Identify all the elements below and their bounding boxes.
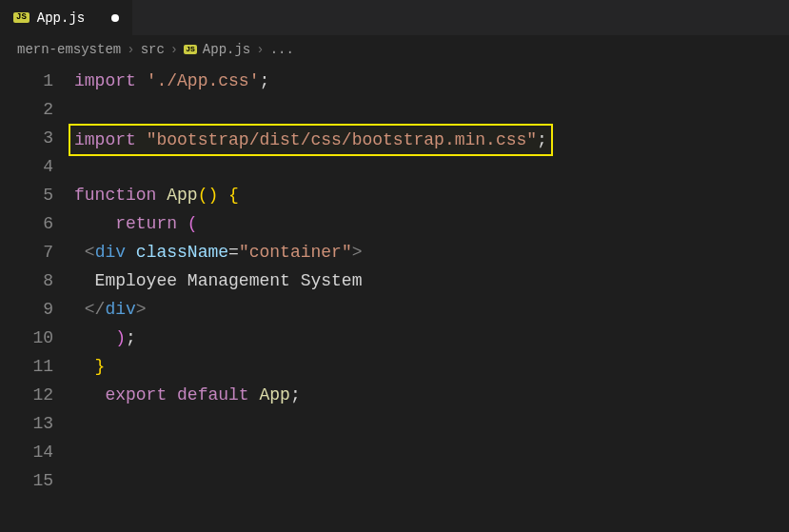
js-file-icon: JS	[184, 45, 197, 54]
line-number: 13	[0, 409, 53, 438]
line-number: 7	[0, 238, 53, 266]
code-line: export default App;	[74, 381, 789, 409]
line-number: 2	[0, 95, 53, 124]
code-line: );	[74, 324, 789, 352]
line-number: 6	[0, 209, 53, 238]
line-number: 11	[0, 352, 53, 381]
code-content[interactable]: import './App.css'; import "bootstrap/di…	[74, 67, 789, 495]
tab-filename: App.js	[37, 10, 85, 26]
code-line: import "bootstrap/dist/css/bootstrap.min…	[74, 124, 789, 152]
code-line: Employee Management System	[74, 266, 789, 295]
code-line: import './App.css';	[74, 67, 789, 95]
code-line: <div className="container">	[74, 238, 789, 266]
tab-bar: JS App.js	[0, 0, 789, 36]
line-number: 9	[0, 295, 53, 324]
code-line	[74, 438, 789, 466]
code-line	[74, 95, 789, 124]
line-number: 3	[0, 124, 53, 152]
code-line	[74, 152, 789, 181]
code-line: return (	[74, 209, 789, 238]
line-number-gutter: 1 2 3 4 5 6 7 8 9 10 11 12 13 14 15	[0, 67, 74, 495]
code-line: }	[74, 352, 789, 381]
breadcrumb-tail: ...	[270, 42, 294, 57]
line-number: 15	[0, 466, 53, 495]
line-number: 8	[0, 266, 53, 295]
breadcrumb-part[interactable]: mern-emsystem	[17, 42, 121, 57]
dirty-indicator-icon	[111, 14, 119, 22]
chevron-right-icon: ›	[127, 42, 134, 57]
breadcrumb: mern-emsystem › src › JS App.js › ...	[0, 36, 789, 63]
code-line: function App() {	[74, 181, 789, 209]
highlighted-line: import "bootstrap/dist/css/bootstrap.min…	[69, 124, 553, 156]
line-number: 1	[0, 67, 53, 95]
line-number: 4	[0, 152, 53, 181]
line-number: 12	[0, 381, 53, 409]
chevron-right-icon: ›	[256, 42, 264, 57]
line-number: 5	[0, 181, 53, 209]
tab-app-js[interactable]: JS App.js	[0, 0, 133, 35]
code-line	[74, 409, 789, 438]
code-line: </div>	[74, 295, 789, 324]
breadcrumb-part[interactable]: src	[141, 42, 165, 57]
code-line	[74, 466, 789, 495]
js-file-icon: JS	[13, 12, 30, 23]
chevron-right-icon: ›	[170, 42, 178, 57]
breadcrumb-file[interactable]: App.js	[203, 42, 250, 57]
line-number: 10	[0, 324, 53, 352]
line-number: 14	[0, 438, 53, 466]
code-editor[interactable]: 1 2 3 4 5 6 7 8 9 10 11 12 13 14 15 impo…	[0, 63, 789, 495]
